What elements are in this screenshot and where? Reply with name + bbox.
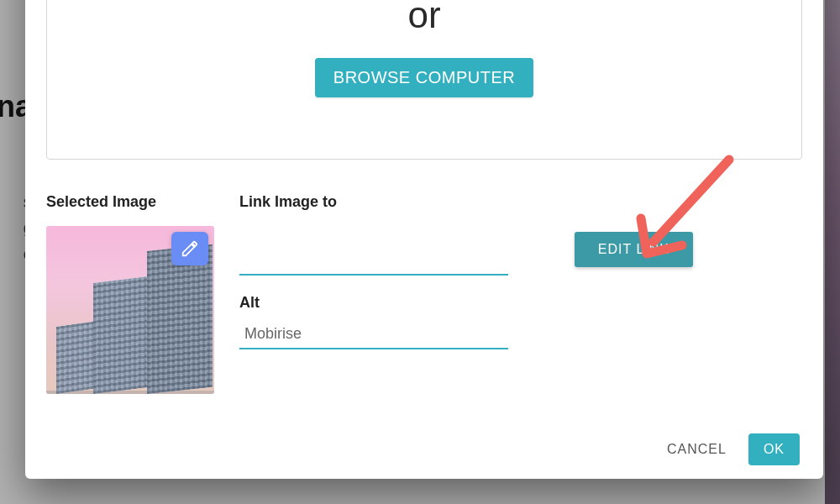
fields-column: Link Image to Alt [239, 193, 508, 394]
link-image-label: Link Image to [239, 193, 508, 211]
alt-label: Alt [239, 294, 508, 312]
image-form-row: Selected Image Link Image to Alt [46, 193, 802, 394]
selected-image-column: Selected Image [46, 193, 214, 394]
alt-text-input[interactable] [239, 320, 508, 349]
upload-dropzone[interactable]: or BROWSE COMPUTER [46, 0, 802, 160]
upload-or-label: or [47, 0, 801, 36]
link-image-input[interactable] [239, 246, 508, 276]
browse-computer-button[interactable]: BROWSE COMPUTER [315, 58, 533, 97]
thumb-ground [46, 391, 214, 394]
pencil-icon [181, 239, 199, 258]
thumb-building [93, 276, 154, 394]
edit-link-button[interactable]: EDIT LINK [575, 232, 693, 267]
selected-image-thumbnail[interactable] [46, 226, 214, 394]
selected-image-label: Selected Image [46, 193, 214, 211]
edit-link-column: EDIT LINK [575, 193, 802, 394]
modal-footer: CANCEL OK [664, 433, 800, 465]
thumb-building [147, 244, 213, 394]
edit-image-button[interactable] [171, 232, 208, 265]
image-settings-modal: or BROWSE COMPUTER Selected Image Link I… [25, 0, 823, 479]
thumb-building [56, 321, 98, 394]
cancel-button[interactable]: CANCEL [664, 437, 730, 462]
ok-button[interactable]: OK [748, 433, 800, 465]
